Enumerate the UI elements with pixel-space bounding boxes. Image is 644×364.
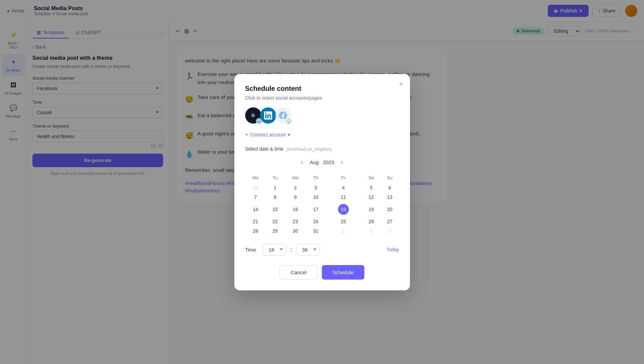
calendar-day[interactable]: 24: [307, 217, 325, 226]
weekday-we: We: [284, 173, 306, 183]
time-section: Time 18 01234 56789 1011121314 151617192…: [245, 244, 399, 256]
calendar-day[interactable]: 29: [266, 226, 284, 236]
modal-close-button[interactable]: ×: [399, 81, 403, 87]
calendar-day[interactable]: 23: [284, 217, 306, 226]
calendar-prev-button[interactable]: ‹: [300, 157, 304, 167]
connect-dropdown-icon: ▾: [288, 132, 290, 137]
weekday-fr: Fr: [325, 173, 362, 183]
calendar-day[interactable]: 22: [266, 217, 284, 226]
calendar-day[interactable]: 8: [266, 192, 284, 202]
calendar-day[interactable]: 12: [362, 192, 381, 202]
calendar-day[interactable]: 14: [245, 202, 266, 217]
calendar-day[interactable]: 30: [284, 226, 306, 236]
datetime-label: Select date & time (America/Los_Angeles): [245, 146, 399, 152]
calendar-day[interactable]: 20: [381, 202, 399, 217]
calendar-day[interactable]: 4: [325, 183, 362, 192]
schedule-modal: × Schedule content Click to select socia…: [234, 74, 410, 290]
account-avatar-godai[interactable]: G: [245, 107, 261, 124]
calendar-day[interactable]: 11: [325, 192, 362, 202]
calendar-day[interactable]: 19: [362, 202, 381, 217]
calendar: ‹ Aug 2023 › Mo Tu We Th Fr Sa Su: [245, 157, 399, 236]
calendar-day[interactable]: 17: [307, 202, 325, 217]
plus-icon: +: [245, 132, 248, 138]
time-label: Time: [245, 247, 256, 253]
hour-select[interactable]: 18 01234 56789 1011121314 1516171920 212…: [263, 244, 286, 256]
cancel-button[interactable]: Cancel: [280, 265, 318, 280]
calendar-day[interactable]: 5: [362, 183, 381, 192]
calendar-day[interactable]: 6: [381, 183, 399, 192]
modal-overlay: × Schedule content Click to select socia…: [0, 0, 644, 364]
facebook-badge: [286, 118, 292, 124]
calendar-day[interactable]: 28: [245, 226, 266, 236]
calendar-day[interactable]: 31: [245, 183, 266, 192]
calendar-day[interactable]: 25: [325, 217, 362, 226]
calendar-day[interactable]: 3: [307, 183, 325, 192]
calendar-day[interactable]: 2: [284, 183, 306, 192]
calendar-day[interactable]: 2: [362, 226, 381, 236]
calendar-day[interactable]: 9: [284, 192, 306, 202]
connect-account-button[interactable]: + Connect account ▾: [245, 130, 290, 139]
account-avatars: G: [245, 107, 399, 124]
calendar-day[interactable]: 16: [284, 202, 306, 217]
modal-subtitle: Click to select social accounts/pages: [245, 95, 399, 101]
calendar-day[interactable]: 26: [362, 217, 381, 226]
calendar-header: ‹ Aug 2023 ›: [245, 157, 399, 167]
weekday-sa: Sa: [362, 173, 381, 183]
account-avatar-linkedin[interactable]: [260, 107, 276, 124]
calendar-day[interactable]: 21: [245, 217, 266, 226]
calendar-day[interactable]: 1: [325, 226, 362, 236]
calendar-day[interactable]: 10: [307, 192, 325, 202]
weekday-mo: Mo: [245, 173, 266, 183]
calendar-day[interactable]: 13: [381, 192, 399, 202]
calendar-day[interactable]: 7: [245, 192, 266, 202]
calendar-year: 2023: [323, 159, 334, 165]
today-button[interactable]: Today: [386, 247, 399, 252]
calendar-day[interactable]: 1: [266, 183, 284, 192]
calendar-day[interactable]: 18: [325, 202, 362, 217]
weekday-th: Th: [307, 173, 325, 183]
time-colon: :: [290, 246, 292, 253]
weekday-tu: Tu: [266, 173, 284, 183]
modal-title: Schedule content: [245, 85, 399, 93]
calendar-day[interactable]: 15: [266, 202, 284, 217]
calendar-day[interactable]: 31: [307, 226, 325, 236]
weekday-su: Su: [381, 173, 399, 183]
schedule-button[interactable]: Schedule: [322, 265, 365, 280]
modal-footer: Cancel Schedule: [245, 265, 399, 280]
calendar-month: Aug: [310, 159, 319, 165]
calendar-grid: Mo Tu We Th Fr Sa Su 3112345678910111213…: [245, 173, 399, 236]
minute-select[interactable]: 36 0005101520 2530354045 5055: [296, 244, 320, 256]
calendar-next-button[interactable]: ›: [340, 157, 344, 167]
calendar-day[interactable]: 27: [381, 217, 399, 226]
calendar-day[interactable]: 3: [381, 226, 399, 236]
account-avatar-facebook[interactable]: [275, 107, 291, 124]
